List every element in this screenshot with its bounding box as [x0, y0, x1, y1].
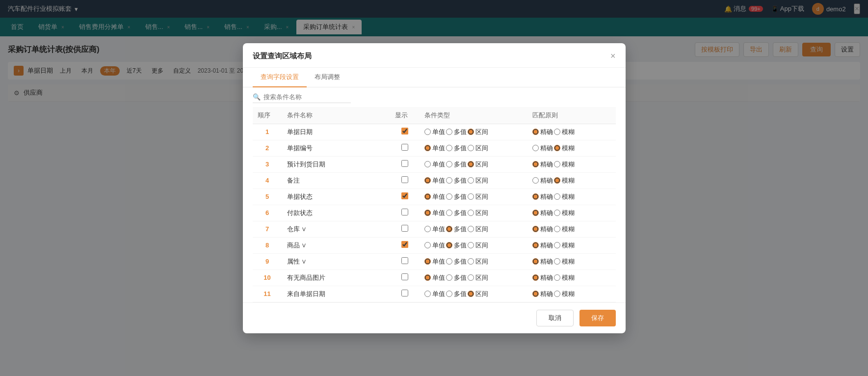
- match-option-模糊-8[interactable]: 模糊: [554, 241, 575, 250]
- type-option-多值-8[interactable]: 多值: [446, 241, 467, 250]
- row-display-8[interactable]: [390, 237, 420, 253]
- row-display-2[interactable]: [390, 140, 420, 156]
- match-option-精确-7[interactable]: 精确: [532, 225, 553, 234]
- match-option-精确-6[interactable]: 精确: [532, 209, 553, 217]
- row-display-9[interactable]: [390, 253, 420, 269]
- display-checkbox-2[interactable]: [401, 144, 408, 151]
- type-option-多值-11[interactable]: 多值: [446, 290, 467, 298]
- type-option-多值-10[interactable]: 多值: [446, 273, 467, 282]
- row-match-6[interactable]: 精确模糊: [527, 205, 616, 221]
- type-option-单值-10[interactable]: 单值: [424, 273, 445, 282]
- display-checkbox-7[interactable]: [401, 225, 408, 232]
- display-checkbox-11[interactable]: [401, 290, 408, 296]
- type-option-单值-2[interactable]: 单值: [424, 144, 445, 153]
- row-match-1[interactable]: 精确模糊: [527, 124, 616, 140]
- cancel-button[interactable]: 取消: [536, 310, 574, 326]
- row-display-7[interactable]: [390, 221, 420, 237]
- dialog-tab-layout[interactable]: 布局调整: [307, 68, 348, 87]
- type-option-单值-4[interactable]: 单值: [424, 176, 445, 185]
- type-option-多值-3[interactable]: 多值: [446, 160, 467, 169]
- type-option-单值-1[interactable]: 单值: [424, 128, 445, 136]
- row-type-5[interactable]: 单值多值区间: [420, 188, 527, 205]
- type-option-单值-6[interactable]: 单值: [424, 209, 445, 217]
- save-button[interactable]: 保存: [579, 310, 616, 326]
- type-option-区间-6[interactable]: 区间: [468, 209, 488, 217]
- row-display-10[interactable]: [390, 269, 420, 286]
- match-option-模糊-10[interactable]: 模糊: [554, 273, 575, 282]
- row-display-6[interactable]: [390, 205, 420, 221]
- type-option-多值-6[interactable]: 多值: [446, 209, 467, 217]
- row-type-4[interactable]: 单值多值区间: [420, 172, 527, 188]
- type-option-多值-2[interactable]: 多值: [446, 144, 467, 153]
- row-match-10[interactable]: 精确模糊: [527, 269, 616, 286]
- match-option-精确-10[interactable]: 精确: [532, 273, 553, 282]
- display-checkbox-1[interactable]: [401, 128, 408, 134]
- row-type-11[interactable]: 单值多值区间: [420, 286, 527, 302]
- type-option-区间-2[interactable]: 区间: [468, 144, 488, 153]
- match-option-精确-5[interactable]: 精确: [532, 192, 553, 201]
- match-option-模糊-4[interactable]: 模糊: [554, 176, 575, 185]
- match-option-精确-4[interactable]: 精确: [532, 176, 553, 185]
- match-option-模糊-11[interactable]: 模糊: [554, 290, 575, 298]
- row-match-7[interactable]: 精确模糊: [527, 221, 616, 237]
- match-option-精确-3[interactable]: 精确: [532, 160, 553, 169]
- type-option-多值-4[interactable]: 多值: [446, 176, 467, 185]
- match-option-精确-11[interactable]: 精确: [532, 290, 553, 298]
- row-match-5[interactable]: 精确模糊: [527, 188, 616, 205]
- row-display-4[interactable]: [390, 172, 420, 188]
- match-option-模糊-7[interactable]: 模糊: [554, 225, 575, 234]
- row-type-6[interactable]: 单值多值区间: [420, 205, 527, 221]
- match-option-精确-8[interactable]: 精确: [532, 241, 553, 250]
- display-checkbox-4[interactable]: [401, 176, 408, 183]
- match-option-精确-2[interactable]: 精确: [532, 144, 553, 153]
- row-type-2[interactable]: 单值多值区间: [420, 140, 527, 156]
- row-type-7[interactable]: 单值多值区间: [420, 221, 527, 237]
- row-type-10[interactable]: 单值多值区间: [420, 269, 527, 286]
- row-display-3[interactable]: [390, 156, 420, 172]
- row-match-2[interactable]: 精确模糊: [527, 140, 616, 156]
- type-option-多值-9[interactable]: 多值: [446, 257, 467, 266]
- row-display-1[interactable]: [390, 124, 420, 140]
- row-type-1[interactable]: 单值多值区间: [420, 124, 527, 140]
- dialog-close-button[interactable]: ×: [610, 51, 616, 61]
- row-type-9[interactable]: 单值多值区间: [420, 253, 527, 269]
- row-match-9[interactable]: 精确模糊: [527, 253, 616, 269]
- match-option-模糊-5[interactable]: 模糊: [554, 192, 575, 201]
- type-option-区间-1[interactable]: 区间: [468, 128, 488, 136]
- row-type-3[interactable]: 单值多值区间: [420, 156, 527, 172]
- type-option-区间-5[interactable]: 区间: [468, 192, 488, 201]
- match-option-模糊-2[interactable]: 模糊: [554, 144, 575, 153]
- match-option-模糊-3[interactable]: 模糊: [554, 160, 575, 169]
- search-input[interactable]: [263, 93, 351, 101]
- match-option-模糊-9[interactable]: 模糊: [554, 257, 575, 266]
- display-checkbox-10[interactable]: [401, 273, 408, 280]
- row-type-8[interactable]: 单值多值区间: [420, 237, 527, 253]
- type-option-单值-3[interactable]: 单值: [424, 160, 445, 169]
- match-option-精确-1[interactable]: 精确: [532, 128, 553, 136]
- type-option-区间-4[interactable]: 区间: [468, 176, 488, 185]
- type-option-多值-1[interactable]: 多值: [446, 128, 467, 136]
- display-checkbox-3[interactable]: [401, 160, 408, 167]
- type-option-单值-9[interactable]: 单值: [424, 257, 445, 266]
- type-option-多值-5[interactable]: 多值: [446, 192, 467, 201]
- type-option-区间-9[interactable]: 区间: [468, 257, 488, 266]
- row-display-5[interactable]: [390, 188, 420, 205]
- row-match-11[interactable]: 精确模糊: [527, 286, 616, 302]
- type-option-区间-7[interactable]: 区间: [468, 225, 488, 234]
- display-checkbox-6[interactable]: [401, 209, 408, 215]
- type-option-单值-11[interactable]: 单值: [424, 290, 445, 298]
- row-match-8[interactable]: 精确模糊: [527, 237, 616, 253]
- match-option-模糊-1[interactable]: 模糊: [554, 128, 575, 136]
- type-option-多值-7[interactable]: 多值: [446, 225, 467, 234]
- dialog-overlay[interactable]: 设置查询区域布局 × 查询字段设置 布局调整 🔍 顺序 条件名称: [0, 0, 868, 376]
- match-option-模糊-6[interactable]: 模糊: [554, 209, 575, 217]
- type-option-区间-8[interactable]: 区间: [468, 241, 488, 250]
- match-option-精确-9[interactable]: 精确: [532, 257, 553, 266]
- type-option-单值-5[interactable]: 单值: [424, 192, 445, 201]
- type-option-区间-10[interactable]: 区间: [468, 273, 488, 282]
- display-checkbox-9[interactable]: [401, 257, 408, 264]
- type-option-区间-3[interactable]: 区间: [468, 160, 488, 169]
- dialog-tab-query-fields[interactable]: 查询字段设置: [253, 68, 307, 87]
- row-match-4[interactable]: 精确模糊: [527, 172, 616, 188]
- row-display-11[interactable]: [390, 286, 420, 302]
